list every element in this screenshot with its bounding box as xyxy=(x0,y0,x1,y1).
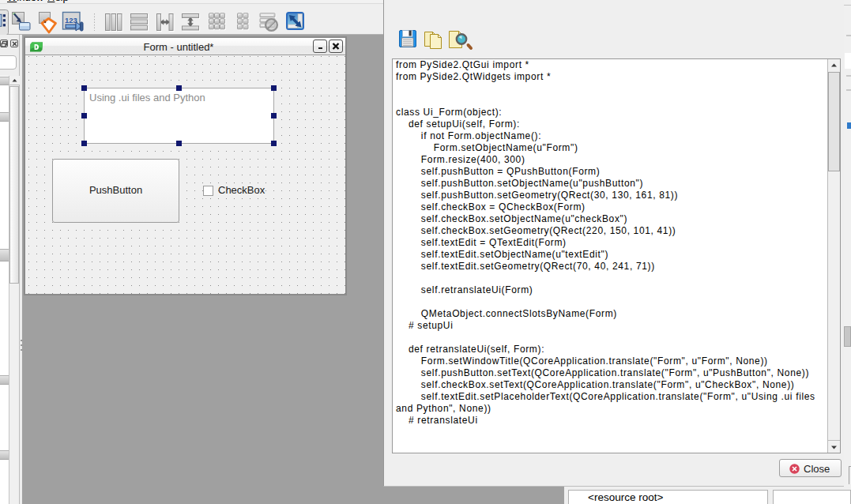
svg-text:123: 123 xyxy=(65,16,77,24)
